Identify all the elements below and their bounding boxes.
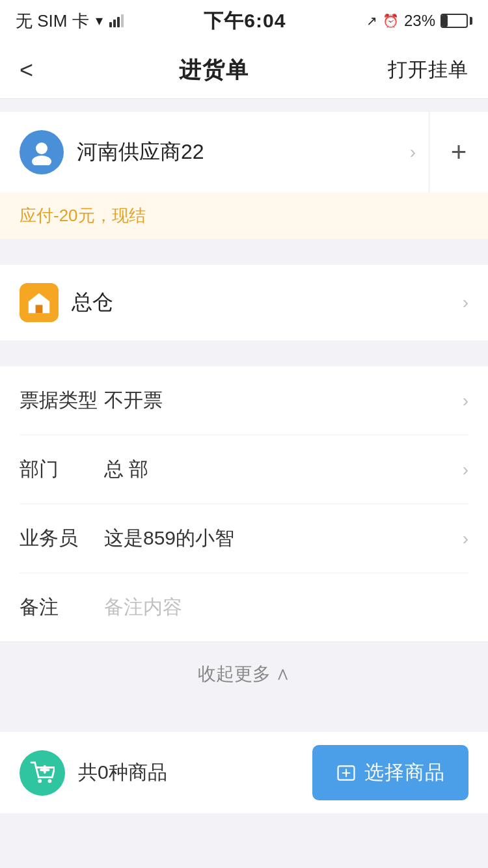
- svg-rect-0: [109, 22, 112, 27]
- carrier-label: 无 SIM 卡: [16, 10, 89, 33]
- svg-rect-1: [113, 20, 116, 27]
- department-chevron-icon: ›: [463, 459, 468, 480]
- cart-icon-wrap: [20, 750, 65, 796]
- remark-label: 备注: [20, 594, 104, 621]
- nav-bar: < 进货单 打开挂单: [0, 42, 488, 99]
- battery-icon: [441, 14, 472, 28]
- add-supplier-button[interactable]: +: [429, 112, 488, 193]
- product-count: 共0种商品: [78, 759, 299, 786]
- battery-label: 23%: [404, 12, 435, 30]
- bottom-bar: 共0种商品 选择商品: [0, 732, 488, 813]
- warehouse-chevron-icon: ›: [463, 292, 468, 313]
- location-icon: ↗: [366, 13, 377, 29]
- remark-input[interactable]: 备注内容: [104, 594, 468, 621]
- department-label: 部门: [20, 456, 104, 483]
- select-product-label: 选择商品: [364, 759, 445, 786]
- svg-point-8: [48, 779, 52, 783]
- salesperson-row[interactable]: 业务员 这是859的小智 ›: [0, 504, 488, 573]
- salesperson-value: 这是859的小智: [104, 525, 456, 552]
- svg-rect-10: [40, 768, 49, 771]
- alarm-icon: ⏰: [383, 13, 399, 29]
- svg-point-7: [38, 779, 42, 783]
- chevron-right-icon: ›: [410, 142, 416, 163]
- back-button[interactable]: <: [13, 50, 40, 90]
- invoice-chevron-icon: ›: [463, 390, 468, 411]
- remark-row[interactable]: 备注 备注内容: [0, 573, 488, 642]
- svg-point-4: [36, 142, 47, 154]
- signal-icon: [109, 14, 124, 27]
- gap-2: [0, 239, 488, 252]
- wifi-icon: ▾: [96, 12, 103, 29]
- salesperson-label: 业务员: [20, 525, 104, 552]
- notice-text: 应付-20元，现结: [20, 206, 146, 225]
- gap-1: [0, 99, 488, 112]
- add-product-icon: [336, 763, 357, 783]
- supplier-avatar: [20, 130, 64, 174]
- status-bar: 无 SIM 卡 ▾ 下午6:04 ↗ ⏰ 23%: [0, 0, 488, 42]
- supplier-section: 河南供应商22 › +: [0, 112, 488, 193]
- person-icon: [29, 139, 55, 165]
- supplier-selector[interactable]: 河南供应商22 ›: [0, 112, 429, 193]
- invoice-value: 不开票: [104, 387, 456, 414]
- select-product-button[interactable]: 选择商品: [312, 745, 468, 800]
- form-section: 票据类型 不开票 › 部门 总 部 › 业务员 这是859的小智 › 备注 备注…: [0, 366, 488, 706]
- shopping-cart-icon: [30, 761, 55, 785]
- invoice-label: 票据类型: [20, 387, 104, 414]
- department-value: 总 部: [104, 456, 456, 483]
- status-time: 下午6:04: [204, 8, 286, 34]
- warehouse-name: 总仓: [72, 288, 456, 317]
- home-icon: [27, 291, 51, 314]
- collapse-button[interactable]: 收起更多 ∧: [0, 642, 488, 706]
- invoice-type-row[interactable]: 票据类型 不开票 ›: [0, 366, 488, 435]
- department-row[interactable]: 部门 总 部 ›: [0, 435, 488, 504]
- bottom-fill: [0, 813, 488, 868]
- supplier-name: 河南供应商22: [77, 138, 403, 167]
- gap-4: [0, 706, 488, 719]
- status-left: 无 SIM 卡 ▾: [16, 10, 124, 33]
- notice-bar: 应付-20元，现结: [0, 193, 488, 239]
- svg-point-5: [32, 156, 51, 165]
- warehouse-icon-wrap: [20, 283, 59, 322]
- salesperson-chevron-icon: ›: [463, 528, 468, 549]
- status-right: ↗ ⏰ 23%: [366, 12, 472, 30]
- svg-rect-2: [117, 17, 120, 27]
- page-title: 进货单: [179, 55, 249, 85]
- svg-rect-3: [121, 14, 124, 27]
- warehouse-section[interactable]: 总仓 ›: [0, 265, 488, 340]
- svg-rect-6: [36, 305, 43, 314]
- open-pending-button[interactable]: 打开挂单: [388, 57, 468, 83]
- gap-3: [0, 340, 488, 353]
